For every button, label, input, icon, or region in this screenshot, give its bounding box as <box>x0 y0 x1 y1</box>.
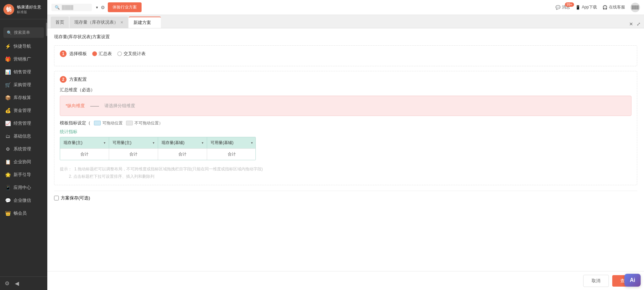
radio-summary-circle <box>92 51 97 56</box>
message-btn[interactable]: 💬 消息 99+ <box>555 4 570 10</box>
tab-bar: 首页 现存量（库存状况表） ✕ 新建方案 ✕ ✕ ⤢ <box>47 15 644 28</box>
quick-nav-icon: ⚡ <box>5 44 11 49</box>
finance-icon: 💰 <box>5 108 11 113</box>
section-plan-config: 2 方案配置 汇总维度（必选） *纵向维度 —— 请选择分组维度 模板指标设定（… <box>54 71 637 185</box>
radio-cross-label: 交叉统计表 <box>124 51 146 57</box>
app-center-icon: 📱 <box>5 185 11 190</box>
radio-cross[interactable]: 交叉统计表 <box>117 51 146 57</box>
sidebar-item-label: 销售管理 <box>14 69 31 75</box>
sidebar-item-wechat[interactable]: 💬 企业微信 <box>0 194 47 207</box>
expand-icon[interactable]: ⤢ <box>637 21 641 27</box>
settings-icon[interactable]: ⚙ <box>5 280 9 287</box>
sidebar-item-app-center[interactable]: 📱 应用中心 <box>0 181 47 194</box>
sidebar-item-inventory[interactable]: 📦 库存核算 <box>0 91 47 104</box>
headset-icon: 🎧 <box>602 5 608 10</box>
header-left: 🔍 ████ ▾ ⚙ 体验行业方案 <box>51 2 552 12</box>
tip-2: 2. 点击标题栏下拉可设置排序、插入列和删除列 <box>60 173 631 180</box>
content-area: 现存量(库存状况表)方案设置 1 选择模板 汇总表 交叉统计表 <box>47 28 644 271</box>
metrics-label-text: 模板指标设定（ <box>60 120 91 126</box>
sidebar-item-label: 畅会员 <box>14 210 27 216</box>
message-badge: 99+ <box>565 2 574 7</box>
sidebar-search[interactable]: 🔍 搜索菜单 <box>3 27 44 38</box>
non-movable-label: 不可拖动位置） <box>134 120 163 126</box>
col-header-0[interactable]: 现存量(主) ▾ <box>60 137 109 148</box>
logo-icon: 畅 <box>3 4 14 15</box>
sidebar-item-quick-nav[interactable]: ⚡ 快捷导航 <box>0 40 47 53</box>
sidebar-item-label: 系统管理 <box>14 146 31 152</box>
header-gear-icon[interactable]: ⚙ <box>101 5 105 10</box>
tab-inventory-close[interactable]: ✕ <box>120 20 123 25</box>
stats-section: 统计指标 现存量(主) ▾ 可用量(主) ▾ <box>60 129 631 160</box>
tab-home-label: 首页 <box>55 19 64 25</box>
sidebar-item-sales[interactable]: 📊 销售管理 <box>0 66 47 78</box>
radio-cross-circle <box>117 51 122 56</box>
online-service-btn[interactable]: 🎧 在线客服 <box>602 4 625 10</box>
col-body-3: 合计 <box>207 148 256 160</box>
col-header-1[interactable]: 可用量(主) ▾ <box>109 137 158 148</box>
close-window-icon[interactable]: ✕ <box>629 21 633 27</box>
movable-indicator: 可拖动位置 <box>94 120 123 126</box>
col-header-3[interactable]: 可用量(基辅) ▾ <box>207 137 256 148</box>
section1-num: 1 <box>60 50 67 57</box>
col-header-label-1: 可用量(主) <box>113 140 131 146</box>
tab-new-plan-close[interactable]: ✕ <box>153 21 156 25</box>
col-dropdown-3[interactable]: ▾ <box>251 141 253 145</box>
radio-summary-label: 汇总表 <box>99 51 112 57</box>
sidebar-item-finance[interactable]: 💰 资金管理 <box>0 104 47 117</box>
dimension-placeholder[interactable]: 请选择分组维度 <box>104 103 135 109</box>
search-icon: 🔍 <box>7 30 12 35</box>
col-header-label-2: 现存量(基辅) <box>162 140 184 146</box>
metrics-label: 模板指标设定（ 可拖动位置 不可拖动位置） <box>60 120 631 126</box>
tip-1: 提示： 1.拖动标题栏可以调整布局，不可跨维度或指标区域拖拽栏目字段(只能在同一… <box>60 166 631 173</box>
footer: 取消 查询 <box>47 271 644 290</box>
sidebar-item-purchase[interactable]: 🛒 采购管理 <box>0 78 47 91</box>
sidebar-item-system[interactable]: ⚙ 系统管理 <box>0 143 47 155</box>
col-dropdown-0[interactable]: ▾ <box>104 141 105 145</box>
save-checkbox[interactable] <box>54 196 59 200</box>
dimension-dash: —— <box>90 103 99 108</box>
tab-new-plan-label: 新建方案 <box>133 20 151 26</box>
cancel-button[interactable]: 取消 <box>583 275 609 287</box>
stats-table-body: 合计 合计 合计 合计 <box>60 148 255 160</box>
operation-icon: 📈 <box>5 121 11 126</box>
collapse-icon[interactable]: ◀ <box>15 280 19 287</box>
tab-inventory[interactable]: 现存量（库存状况表） ✕ <box>70 17 128 28</box>
industry-btn[interactable]: 体验行业方案 <box>108 2 142 12</box>
header-search-text: ████ <box>62 5 73 10</box>
sidebar-item-operation[interactable]: 📈 经营管理 <box>0 117 47 130</box>
col-header-2[interactable]: 现存量(基辅) ▾ <box>158 137 207 148</box>
header-search[interactable]: 🔍 ████ <box>51 4 92 11</box>
section-choose-template: 1 选择模板 汇总表 交叉统计表 <box>54 45 637 66</box>
non-movable-indicator: 不可拖动位置） <box>126 120 163 126</box>
sidebar-item-member[interactable]: 👑 畅会员 <box>0 207 47 220</box>
section2-header: 2 方案配置 <box>60 76 631 83</box>
section1-header: 1 选择模板 汇总表 交叉统计表 <box>60 50 631 57</box>
tab-bar-actions: ✕ ⤢ <box>629 21 641 28</box>
header-dropdown[interactable]: ▾ <box>95 5 98 10</box>
movable-label: 可拖动位置 <box>102 120 123 126</box>
sidebar-item-enterprise[interactable]: 📋 企业协同 <box>0 155 47 168</box>
sidebar-item-marketing[interactable]: 🎁 营销推广 <box>0 53 47 66</box>
chevron-down-icon: ▾ <box>96 5 98 10</box>
purchase-icon: 🛒 <box>5 82 11 88</box>
col-header-label-0: 现存量(主) <box>64 140 82 146</box>
top-header: 🔍 ████ ▾ ⚙ 体验行业方案 💬 消息 99+ 📱 App下载 🎧 <box>47 0 644 15</box>
section1-title: 选择模板 <box>69 51 87 57</box>
app-download-btn[interactable]: 📱 App下载 <box>575 4 597 10</box>
app-download-label: App下载 <box>582 4 597 10</box>
col-header-label-3: 可用量(基辅) <box>210 140 233 146</box>
col-dropdown-2[interactable]: ▾ <box>202 141 203 145</box>
ai-button[interactable]: Ai <box>624 274 641 287</box>
tab-home[interactable]: 首页 <box>51 17 69 28</box>
sidebar-item-newbie[interactable]: 🌟 新手引导 <box>0 168 47 181</box>
dimension-box: *纵向维度 —— 请选择分组维度 <box>60 96 631 116</box>
sidebar-item-label: 采购管理 <box>14 82 31 88</box>
radio-summary[interactable]: 汇总表 <box>92 51 112 57</box>
inventory-icon: 📦 <box>5 95 11 100</box>
search-label: 搜索菜单 <box>14 30 30 35</box>
sidebar-item-basic[interactable]: 🗂 基础信息 <box>0 130 47 143</box>
tab-new-plan[interactable]: 新建方案 ✕ <box>129 17 161 28</box>
col-dropdown-1[interactable]: ▾ <box>153 141 154 145</box>
message-icon: 💬 <box>555 5 561 10</box>
avatar[interactable]: ███ <box>630 3 640 12</box>
